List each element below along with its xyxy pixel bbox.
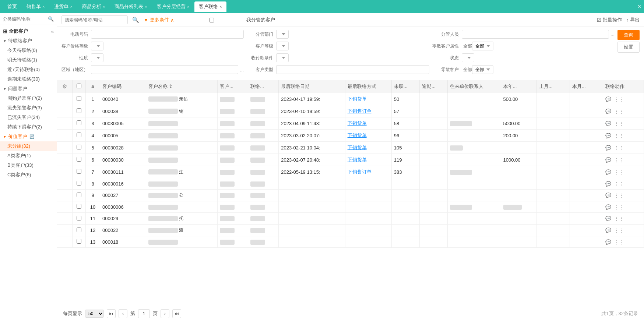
row-checkbox[interactable] bbox=[73, 105, 86, 117]
dept-select[interactable] bbox=[276, 30, 289, 39]
region-input[interactable] bbox=[91, 65, 238, 74]
chat-icon[interactable]: 💬 bbox=[605, 193, 611, 198]
chat-icon[interactable]: 💬 bbox=[605, 145, 611, 151]
grid-action-icon[interactable]: ⋮⋮ bbox=[614, 145, 624, 151]
prev-page-btn[interactable]: ‹ bbox=[119, 309, 127, 318]
tab-analysis[interactable]: 商品分析 × bbox=[78, 1, 109, 12]
last-page-btn[interactable]: ⏭ bbox=[172, 309, 181, 318]
my-customers-check-input[interactable] bbox=[179, 18, 245, 22]
tab-purchase[interactable]: 进货单 × bbox=[50, 1, 77, 12]
tab-customer-contact[interactable]: 客户联络 × bbox=[194, 1, 226, 12]
region-ellipsis[interactable]: ... bbox=[240, 67, 244, 73]
row-checkbox[interactable] bbox=[73, 236, 86, 248]
sidebar-search-input[interactable] bbox=[3, 17, 46, 22]
checkbox-col-header[interactable] bbox=[73, 80, 86, 93]
grid-action-icon[interactable]: ⋮⋮ bbox=[614, 109, 624, 114]
tab-customer-tier[interactable]: 客户分层经营 × bbox=[152, 1, 194, 12]
nature-select[interactable] bbox=[91, 53, 103, 62]
scatter-attr-select[interactable]: 全部 bbox=[472, 42, 493, 50]
tab-sales[interactable]: 销售单 × bbox=[22, 1, 49, 12]
scatter-customer-select[interactable]: 全部 bbox=[472, 65, 493, 74]
close-customer-tier-icon[interactable]: × bbox=[187, 4, 189, 9]
customer-type-input[interactable] bbox=[276, 65, 429, 74]
grid-action-icon[interactable]: ⋮⋮ bbox=[614, 227, 624, 233]
close-purchase-icon[interactable]: × bbox=[70, 4, 72, 9]
tab-analysis-list[interactable]: 商品分析列表 × bbox=[110, 1, 151, 12]
select-all-checkbox[interactable] bbox=[77, 84, 81, 88]
sidebar-item-tomorrow-waiting[interactable]: 明天待联络(1) bbox=[0, 55, 57, 65]
status-select[interactable] bbox=[462, 53, 474, 62]
batch-ops-btn[interactable]: ☑ 批量操作 bbox=[597, 17, 622, 23]
sidebar-section-value[interactable]: ▼ 价值客户 🔄 bbox=[0, 132, 57, 141]
chat-icon[interactable]: 💬 bbox=[605, 181, 611, 187]
search-submit-icon[interactable]: 🔍 bbox=[132, 17, 139, 23]
sidebar-search-icon[interactable]: 🔍 bbox=[48, 16, 54, 22]
next-page-btn[interactable]: › bbox=[161, 309, 169, 318]
grid-action-icon[interactable]: ⋮⋮ bbox=[614, 204, 624, 210]
reset-btn[interactable]: 设置 bbox=[617, 42, 640, 53]
chat-icon[interactable]: 💬 bbox=[605, 121, 611, 126]
page-number-input[interactable] bbox=[138, 309, 150, 318]
sidebar-item-lost-customers[interactable]: 已流失客户(24) bbox=[0, 113, 57, 122]
grid-action-icon[interactable]: ⋮⋮ bbox=[614, 216, 624, 221]
chat-icon[interactable]: 💬 bbox=[605, 227, 611, 233]
row-checkbox[interactable] bbox=[73, 213, 86, 225]
row-checkbox[interactable] bbox=[73, 201, 86, 213]
payment-select[interactable] bbox=[276, 53, 289, 62]
chat-icon[interactable]: 💬 bbox=[605, 239, 611, 245]
close-sales-icon[interactable]: × bbox=[42, 4, 45, 9]
chat-icon[interactable]: 💬 bbox=[605, 204, 611, 210]
close-analysis-list-icon[interactable]: × bbox=[145, 4, 147, 9]
grid-action-icon[interactable]: ⋮⋮ bbox=[614, 96, 624, 102]
sidebar-item-ungrouped[interactable]: 未分组(32) bbox=[0, 141, 57, 151]
row-checkbox[interactable] bbox=[73, 166, 86, 178]
grid-action-icon[interactable]: ⋮⋮ bbox=[614, 181, 624, 187]
more-conditions-btn[interactable]: ▼ 更多条件 ∧ bbox=[144, 17, 174, 23]
sidebar-item-class-a[interactable]: A类客户(1) bbox=[0, 151, 57, 160]
sidebar-section-waiting[interactable]: ▼ 待联络客户 bbox=[0, 36, 57, 46]
close-customer-contact-icon[interactable]: × bbox=[219, 4, 222, 9]
grid-action-icon[interactable]: ⋮⋮ bbox=[614, 193, 624, 198]
tab-home[interactable]: 首页 bbox=[3, 1, 21, 12]
chat-icon[interactable]: 💬 bbox=[605, 109, 611, 114]
grid-action-icon[interactable]: ⋮⋮ bbox=[614, 121, 624, 126]
collapse-btn[interactable]: « bbox=[51, 29, 54, 34]
row-checkbox[interactable] bbox=[73, 93, 86, 105]
grid-action-icon[interactable]: ⋮⋮ bbox=[614, 169, 624, 175]
chat-icon[interactable]: 💬 bbox=[605, 216, 611, 221]
chat-icon[interactable]: 💬 bbox=[605, 157, 611, 163]
sidebar-item-today-waiting[interactable]: 今天待联络(0) bbox=[0, 46, 57, 55]
row-checkbox[interactable] bbox=[73, 130, 86, 142]
window-close-icon[interactable]: × bbox=[638, 3, 641, 10]
chat-icon[interactable]: 💬 bbox=[605, 96, 611, 102]
row-checkbox[interactable] bbox=[73, 154, 86, 166]
search-input[interactable] bbox=[61, 15, 128, 24]
manager-ellipsis[interactable]: ... bbox=[610, 32, 615, 37]
chat-icon[interactable]: 💬 bbox=[605, 133, 611, 138]
row-checkbox[interactable] bbox=[73, 225, 86, 236]
sidebar-item-stockpile-anomaly[interactable]: 囤购异常客户(2) bbox=[0, 94, 57, 103]
sidebar-item-declining-customers[interactable]: 持续下滑客户(2) bbox=[0, 122, 57, 132]
sidebar-item-class-b[interactable]: B类客户(33) bbox=[0, 160, 57, 170]
chat-icon[interactable]: 💬 bbox=[605, 169, 611, 175]
settings-col-header[interactable]: ⚙ bbox=[57, 80, 73, 93]
sidebar-item-overdue-waiting[interactable]: 逾期未联络(30) bbox=[0, 74, 57, 84]
row-checkbox[interactable] bbox=[73, 117, 86, 130]
manager-input[interactable] bbox=[462, 30, 609, 39]
grid-action-icon[interactable]: ⋮⋮ bbox=[614, 157, 624, 163]
page-size-select[interactable]: 50 100 200 bbox=[85, 310, 104, 318]
my-customers-checkbox[interactable]: 我分管的客户 bbox=[179, 17, 275, 23]
price-grade-select[interactable] bbox=[91, 42, 103, 50]
phone-input[interactable] bbox=[91, 30, 244, 39]
all-customers-label[interactable]: 全部客户 bbox=[9, 28, 28, 35]
sidebar-item-class-c[interactable]: C类客户(6) bbox=[0, 170, 57, 180]
close-analysis-icon[interactable]: × bbox=[103, 4, 105, 9]
customer-grade-select[interactable] bbox=[276, 42, 289, 50]
row-checkbox[interactable] bbox=[73, 178, 86, 190]
row-checkbox[interactable] bbox=[73, 142, 86, 154]
row-checkbox[interactable] bbox=[73, 190, 86, 201]
first-page-btn[interactable]: ⏮ bbox=[107, 309, 116, 318]
sidebar-section-problem[interactable]: ▼ 问题客户 bbox=[0, 84, 57, 94]
sidebar-item-loss-warning[interactable]: 流失预警客户(3) bbox=[0, 103, 57, 113]
grid-action-icon[interactable]: ⋮⋮ bbox=[614, 133, 624, 138]
